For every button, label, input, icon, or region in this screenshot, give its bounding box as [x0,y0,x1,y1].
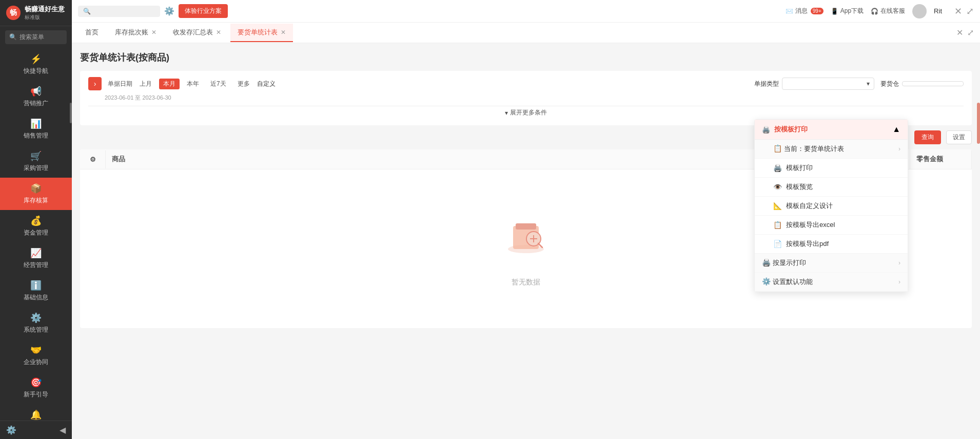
filter-category-select[interactable] [902,81,964,86]
expand-more-label: 展开更多条件 [510,108,547,117]
tab-home-label: 首页 [85,28,99,37]
export-excel-label: 按模板导出excel [786,220,835,230]
tab-order-stats[interactable]: 要货单统计表 ✕ [230,24,293,42]
sidebar-item-inventory[interactable]: 📦 库存核算 [0,178,72,210]
top-search-box[interactable]: 🔍 [78,6,160,17]
right-edge-scrollbar[interactable] [977,103,980,144]
expand-icon-btn[interactable]: › [88,77,102,90]
settings-label: 设置 [953,133,965,142]
dropdown-display-print[interactable]: 🖨️ 按显示打印 › [755,254,908,273]
sidebar: 畅 畅赚通好生意 标准版 🔍 搜索菜单 ⚡ 快捷导航 📢 营销推广 📊 销售管理… [0,0,72,439]
filter-category-label: 要货仓 [880,80,899,88]
sidebar-item-system[interactable]: ⚙️ 系统管理 [0,307,72,339]
settings-bottom-icon[interactable]: ⚙️ [6,425,16,435]
dropdown-item-export-pdf[interactable]: 📄 按模板导出pdf [755,235,908,254]
dropdown-set-default[interactable]: ⚙️ 设置默认功能 › [755,273,908,292]
template-preview-icon: 👁️ [773,183,782,191]
phone-icon: 📱 [831,8,838,15]
sidebar-item-finance[interactable]: 💰 资金管理 [0,210,72,242]
date-filter-label: 单据日期 [108,80,132,88]
online-service-label: 在线客服 [880,7,905,15]
tab-expand-btn[interactable]: ⤢ [967,28,974,37]
sidebar-item-purchase[interactable]: 🛒 采购管理 [0,145,72,178]
settings-btn[interactable]: 设置 [946,130,972,144]
sidebar-bottom: ⚙️ ◀ [0,421,72,439]
user-avatar[interactable] [912,4,927,18]
dropdown-item-template-custom[interactable]: 📐 模板自定义设计 [755,197,908,216]
current-icon: 📋 [773,144,782,152]
cooperation-label: 企业协同 [24,358,48,367]
sidebar-logo: 畅 畅赚通好生意 标准版 [0,0,72,26]
date-btn-this-year[interactable]: 本年 [183,79,203,89]
display-print-label: 按显示打印 [773,259,806,266]
industry-btn[interactable]: 体验行业方案 [179,4,228,18]
export-excel-icon: 📋 [773,221,782,229]
window-expand-btn[interactable]: ⤢ [966,6,974,17]
sidebar-item-quick-nav[interactable]: ⚡ 快捷导航 [0,48,72,81]
sidebar-search[interactable]: 🔍 搜索菜单 [5,30,67,44]
svg-rect-2 [516,223,536,230]
messages-label: 消息 [795,7,808,15]
template-print-dropdown: 🖨️ 按模板打印 ▲ 📋 当前：要货单统计表 › 🖨️ 模板打印 [754,119,908,292]
date-btn-last-month[interactable]: 上月 [135,79,156,89]
messages-group[interactable]: ✉️ 消息 99+ [786,7,824,15]
marketing-icon: 📢 [30,86,42,97]
set-default-icon: ⚙️ [762,277,771,285]
date-btn-more[interactable]: 更多 [233,79,254,89]
tab-order-stats-close[interactable]: ✕ [281,29,286,36]
dropdown-item-export-excel[interactable]: 📋 按模板导出excel [755,216,908,235]
expand-more-icon: ▾ [505,109,508,117]
tab-inventory-batch-close[interactable]: ✕ [151,29,156,36]
window-close-btn[interactable]: ✕ [954,6,962,17]
date-btn-7days[interactable]: 近7天 [206,79,230,89]
tab-home[interactable]: 首页 [78,24,106,42]
tab-receipt-summary-close[interactable]: ✕ [216,29,221,36]
tab-close-btn[interactable]: ✕ [956,28,963,37]
display-print-arrow: › [898,259,900,266]
tab-receipt-summary[interactable]: 收发存汇总表 ✕ [166,24,228,42]
sidebar-item-basic[interactable]: ℹ️ 基础信息 [0,275,72,307]
guide-icon: 🎯 [30,377,42,388]
tab-bar: 首页 库存批次账 ✕ 收发存汇总表 ✕ 要货单统计表 ✕ ✕ ⤢ [72,23,980,43]
export-pdf-label: 按模板导出pdf [786,239,829,249]
operations-label: 经营管理 [24,261,48,270]
quick-nav-icon: ⚡ [30,53,42,65]
th-product-label: 商品 [112,155,125,163]
inventory-label: 库存核算 [24,196,48,205]
collapse-icon[interactable]: ◀ [60,425,66,435]
operations-icon: 📈 [30,247,42,259]
dropdown-header[interactable]: 🖨️ 按模板打印 ▲ [755,120,908,140]
template-preview-label: 模板预览 [786,182,813,192]
top-settings-icon[interactable]: ⚙️ [164,6,174,16]
online-service-group[interactable]: 🎧 在线客服 [871,7,905,15]
main-area: 🔍 ⚙️ 体验行业方案 ✉️ 消息 99+ 📱 App下载 🎧 在线客服 Rit [72,0,980,439]
tab-receipt-summary-label: 收发存汇总表 [173,28,213,37]
sales-icon: 📊 [30,118,42,129]
tab-order-stats-label: 要货单统计表 [238,28,278,37]
sidebar-item-operations[interactable]: 📈 经营管理 [0,242,72,275]
top-search-icon: 🔍 [83,8,91,15]
dropdown-item-template-preview[interactable]: 👁️ 模板预览 [755,178,908,197]
app-download-group[interactable]: 📱 App下载 [831,7,864,15]
purchase-icon: 🛒 [30,150,42,162]
date-btn-this-month[interactable]: 本月 [159,79,180,89]
sidebar-item-cooperation[interactable]: 🤝 企业协同 [0,339,72,372]
dropdown-item-template-print[interactable]: 🖨️ 模板打印 [755,159,908,178]
settings-gear-icon[interactable]: ⚙ [90,156,96,163]
sidebar-item-marketing[interactable]: 📢 营销推广 [0,81,72,113]
sidebar-item-app-center[interactable]: 🔔 应用中心 [0,404,72,421]
tab-inventory-batch[interactable]: 库存批次账 ✕ [108,24,164,42]
sidebar-item-sales[interactable]: 📊 销售管理 [0,113,72,145]
tab-inventory-batch-label: 库存批次账 [115,28,148,37]
dropdown-title: 按模板打印 [774,125,808,134]
filter-type-select[interactable]: ▾ [782,78,874,90]
export-pdf-icon: 📄 [773,240,782,248]
template-print-item-label: 模板打印 [786,163,813,173]
expand-more-btn[interactable]: ▾ 展开更多条件 [88,106,964,119]
query-btn[interactable]: 查询 [914,130,941,144]
filter-category: 要货仓 [880,80,964,88]
dropdown-current-item[interactable]: 📋 当前：要货单统计表 › [755,140,908,159]
service-icon: 🎧 [871,8,878,15]
sidebar-item-guide[interactable]: 🎯 新手引导 [0,372,72,404]
filter-type-arrow: ▾ [867,80,870,87]
